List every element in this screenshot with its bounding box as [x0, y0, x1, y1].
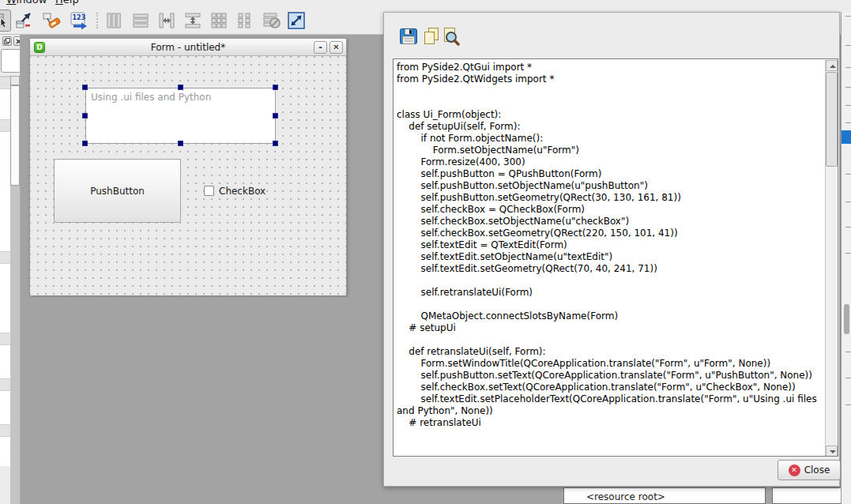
- edit-widgets-icon: [0, 12, 9, 29]
- find-icon: [441, 27, 460, 47]
- checkbox-indicator[interactable]: [204, 186, 214, 196]
- property-editor-sliver: [841, 12, 851, 504]
- layout-grid-icon: [210, 12, 228, 29]
- selection-handle-top-left[interactable]: [82, 85, 88, 90]
- selection-handle-bottom-right[interactable]: [273, 141, 278, 146]
- resource-list-panel[interactable]: [772, 487, 851, 504]
- layout-horizontal-icon: [105, 12, 122, 29]
- form-designer-window: D Form - untitled* - ✕ Using .ui files a…: [29, 38, 347, 295]
- edit-widgets-button[interactable]: [0, 9, 11, 32]
- close-dialog-button[interactable]: ✕ Close: [778, 460, 841, 480]
- scrollbar-thumb[interactable]: [10, 85, 20, 186]
- layout-vertical-button: [130, 9, 152, 32]
- menu-window[interactable]: Window: [6, 0, 47, 6]
- save-icon: [399, 27, 418, 46]
- scroll-up-arrow[interactable]: [10, 76, 20, 85]
- menu-help[interactable]: Help: [55, 0, 79, 6]
- copy-icon: [422, 27, 441, 46]
- svg-text:123: 123: [73, 14, 86, 21]
- code-view[interactable]: from PySide2.QtGui import * from PySide2…: [393, 58, 838, 457]
- form-canvas[interactable]: Using .ui files and Python PushButton Ch…: [30, 56, 346, 295]
- textedit-widget[interactable]: Using .ui files and Python: [85, 88, 276, 144]
- form-window-title: Form - untitled*: [30, 42, 346, 53]
- layout-form-icon: [236, 12, 254, 29]
- break-layout-icon: [262, 11, 281, 30]
- edit-buddies-button[interactable]: [40, 9, 62, 32]
- selection-handle-mid-left[interactable]: [82, 113, 88, 118]
- scroll-down-arrow[interactable]: [826, 446, 838, 457]
- close-circle-icon: ✕: [789, 465, 800, 476]
- copy-button[interactable]: [422, 27, 441, 46]
- form-window-titlebar[interactable]: D Form - untitled*: [30, 39, 346, 56]
- view-code-dialog: from PySide2.QtGui import * from PySide2…: [383, 12, 840, 487]
- checkbox-widget[interactable]: CheckBox: [204, 175, 284, 207]
- widget-list[interactable]: [0, 76, 10, 466]
- adjust-size-button[interactable]: [285, 9, 307, 32]
- scrollbar-track[interactable]: [10, 186, 20, 504]
- scroll-up-arrow[interactable]: [826, 60, 838, 71]
- selected-row-highlight: [842, 130, 851, 144]
- edit-signals-slots-icon: [15, 12, 32, 29]
- designer-form-icon: D: [34, 42, 45, 53]
- layout-vertical-icon: [132, 12, 149, 29]
- layout-vertical-splitter-button: [182, 9, 204, 32]
- edit-buddies-icon: [42, 11, 61, 30]
- edit-tab-order-icon: 123: [70, 11, 88, 30]
- dock-float-button[interactable]: [2, 36, 12, 46]
- edit-tab-order-button[interactable]: 123: [68, 9, 90, 32]
- menubar: Window Help: [0, 0, 851, 7]
- selection-handle-bottom-left[interactable]: [82, 141, 88, 146]
- layout-horizontal-splitter-button: [156, 9, 178, 32]
- selection-handle-top-right[interactable]: [273, 85, 278, 90]
- scrollbar-thumb[interactable]: [844, 304, 849, 334]
- dock-close-button[interactable]: [13, 36, 21, 46]
- layout-horizontal-splitter-icon: [158, 12, 175, 29]
- find-button[interactable]: [441, 27, 460, 46]
- save-button[interactable]: [399, 27, 418, 46]
- checkbox-label: CheckBox: [219, 186, 265, 197]
- widget-filter-input[interactable]: [1, 49, 21, 73]
- resource-tree-panel[interactable]: <resource root>: [563, 487, 766, 504]
- scrollbar-thumb[interactable]: [826, 72, 838, 167]
- minimize-button[interactable]: -: [314, 41, 327, 54]
- pushbutton-widget[interactable]: PushButton: [54, 159, 181, 223]
- edit-signals-slots-button[interactable]: [13, 9, 35, 32]
- close-window-button[interactable]: ✕: [329, 41, 343, 54]
- close-button-label: Close: [804, 465, 830, 476]
- layout-form-button: [234, 9, 256, 32]
- code-scrollbar[interactable]: [825, 60, 837, 457]
- break-layout-button: [261, 9, 283, 32]
- selection-handle-bottom-mid[interactable]: [178, 141, 183, 146]
- layout-vertical-splitter-icon: [184, 12, 201, 29]
- adjust-size-icon: [287, 11, 306, 30]
- resource-root-item[interactable]: <resource root>: [586, 491, 665, 502]
- layout-grid-button: [208, 9, 230, 32]
- selection-handle-mid-right[interactable]: [273, 113, 278, 118]
- selection-handle-top-mid[interactable]: [178, 85, 183, 90]
- widget-box-panel: [0, 35, 21, 504]
- toolbar-separator: [96, 13, 98, 28]
- layout-horizontal-button: [103, 9, 125, 32]
- generated-code-text[interactable]: from PySide2.QtGui import * from PySide2…: [397, 62, 817, 429]
